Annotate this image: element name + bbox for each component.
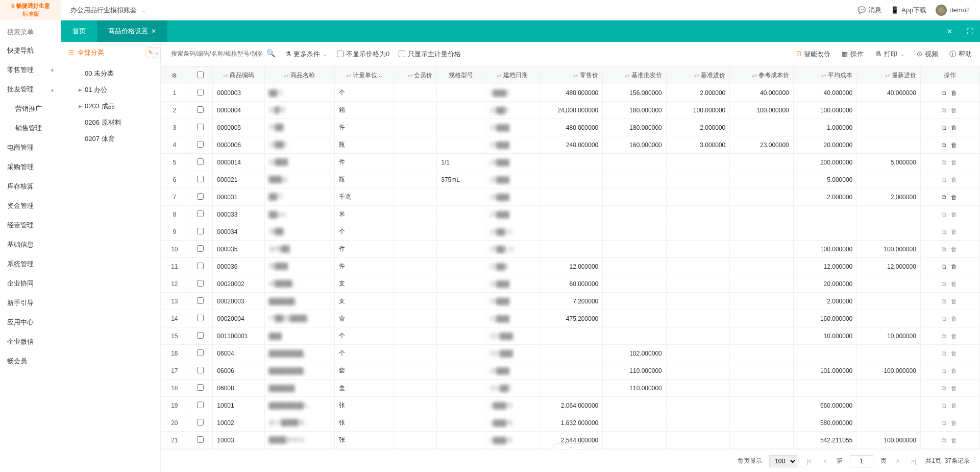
- nav-subitem[interactable]: 销售管理: [0, 119, 61, 138]
- nav-item[interactable]: 快捷导航: [0, 41, 61, 60]
- copy-icon[interactable]: ⧉: [942, 419, 948, 427]
- tab[interactable]: 商品价格设置✕: [97, 20, 167, 42]
- category-node[interactable]: 0206 原材料: [68, 114, 156, 131]
- row-checkbox[interactable]: [197, 384, 204, 391]
- nav-item[interactable]: 畅会员: [0, 351, 61, 371]
- nav-subitem[interactable]: 营销推广: [0, 99, 61, 119]
- page-input[interactable]: [850, 455, 873, 467]
- row-checkbox[interactable]: [197, 297, 204, 304]
- col-unit[interactable]: ▴▾计量单位...: [334, 67, 394, 84]
- delete-icon[interactable]: 🗑: [951, 141, 959, 149]
- row-checkbox[interactable]: [197, 89, 204, 96]
- video-button[interactable]: ⊙视频: [917, 50, 938, 59]
- nav-item[interactable]: 经营管理: [0, 216, 61, 235]
- copy-icon[interactable]: ⧉: [942, 263, 948, 270]
- delete-icon[interactable]: 🗑: [951, 419, 959, 427]
- help-button[interactable]: ⓘ帮助: [949, 50, 972, 59]
- delete-icon[interactable]: 🗑: [951, 402, 959, 409]
- delete-icon[interactable]: 🗑: [951, 350, 959, 357]
- copy-icon[interactable]: ⧉: [942, 246, 948, 253]
- copy-icon[interactable]: ⧉: [942, 194, 948, 201]
- smart-price-button[interactable]: ☑智能改价: [795, 50, 830, 59]
- fullscreen-button[interactable]: ⛶: [960, 20, 980, 42]
- delete-icon[interactable]: 🗑: [951, 280, 959, 288]
- per-page-select[interactable]: 100: [769, 455, 797, 467]
- next-page[interactable]: >: [894, 457, 902, 465]
- delete-icon[interactable]: 🗑: [951, 159, 959, 166]
- col-avgcost[interactable]: ▴▾平均成本: [793, 67, 857, 84]
- copy-icon[interactable]: ⧉: [942, 437, 948, 444]
- prev-page[interactable]: <: [821, 457, 829, 465]
- account-set-selector[interactable]: 办公用品行业模拟账套⌄: [70, 6, 146, 15]
- copy-icon[interactable]: ⧉: [942, 298, 948, 305]
- bulk-ops-button[interactable]: ▦操作: [842, 50, 864, 59]
- collapse-category-panel[interactable]: «: [153, 47, 161, 59]
- delete-icon[interactable]: 🗑: [951, 107, 959, 114]
- delete-icon[interactable]: 🗑: [951, 437, 959, 444]
- category-node[interactable]: 0207 体育: [68, 131, 156, 147]
- row-checkbox[interactable]: [197, 228, 204, 234]
- nav-item[interactable]: 新手引导: [0, 293, 61, 313]
- row-checkbox[interactable]: [197, 106, 204, 113]
- copy-icon[interactable]: ⧉: [942, 402, 948, 409]
- category-node[interactable]: ▸01 办公: [68, 82, 156, 98]
- nav-item[interactable]: 零售管理▾: [0, 60, 61, 80]
- delete-icon[interactable]: 🗑: [951, 315, 959, 322]
- row-checkbox[interactable]: [197, 280, 204, 287]
- nav-item[interactable]: 电商管理: [0, 138, 61, 157]
- row-checkbox[interactable]: [197, 402, 204, 408]
- row-checkbox[interactable]: [197, 141, 204, 148]
- user-menu[interactable]: demo2: [936, 5, 970, 16]
- col-spec[interactable]: 规格型号: [437, 67, 485, 84]
- row-checkbox[interactable]: [197, 332, 204, 339]
- copy-icon[interactable]: ⧉: [942, 333, 948, 340]
- col-wholesale[interactable]: ▴▾基准批发价: [603, 67, 667, 84]
- category-node[interactable]: 00 未分类: [68, 65, 156, 82]
- row-checkbox[interactable]: [197, 245, 204, 252]
- row-checkbox[interactable]: [197, 263, 204, 269]
- delete-icon[interactable]: 🗑: [951, 385, 959, 392]
- nav-item[interactable]: 资金管理: [0, 196, 61, 216]
- delete-icon[interactable]: 🗑: [951, 89, 959, 97]
- row-checkbox[interactable]: [197, 193, 204, 200]
- drawer-handle[interactable]: ⌄: [553, 443, 589, 450]
- category-node[interactable]: ▸0203 成品: [68, 98, 156, 114]
- col-member[interactable]: ▴▾会员价: [394, 67, 436, 84]
- copy-icon[interactable]: ⧉: [942, 315, 948, 322]
- col-date[interactable]: ▴▾建档日期: [485, 67, 540, 84]
- copy-icon[interactable]: ⧉: [942, 367, 948, 374]
- row-checkbox[interactable]: [197, 124, 204, 130]
- nav-item[interactable]: 采购管理: [0, 157, 61, 177]
- print-button[interactable]: 🖶打印⌄: [875, 50, 905, 59]
- delete-icon[interactable]: 🗑: [951, 367, 959, 374]
- copy-icon[interactable]: ⧉: [942, 385, 948, 392]
- col-select-all[interactable]: [188, 67, 213, 84]
- copy-icon[interactable]: ⧉: [942, 107, 948, 114]
- copy-icon[interactable]: ⧉: [942, 141, 948, 149]
- row-checkbox[interactable]: [197, 419, 204, 426]
- delete-icon[interactable]: 🗑: [951, 298, 959, 305]
- copy-icon[interactable]: ⧉: [942, 211, 948, 218]
- col-latest[interactable]: ▴▾最新进价: [857, 67, 921, 84]
- main-unit-only-checkbox[interactable]: 只显示主计量价格: [399, 50, 461, 59]
- search-input[interactable]: [169, 47, 276, 61]
- delete-icon[interactable]: 🗑: [951, 246, 959, 253]
- nav-item[interactable]: 应用中心: [0, 313, 61, 332]
- copy-icon[interactable]: ⧉: [942, 228, 948, 235]
- delete-icon[interactable]: 🗑: [951, 176, 959, 183]
- row-checkbox[interactable]: [197, 367, 204, 373]
- search-icon[interactable]: 🔍: [266, 49, 275, 57]
- nav-item[interactable]: 批发管理▴: [0, 80, 61, 99]
- col-retail[interactable]: ▴▾零售价: [539, 67, 603, 84]
- delete-icon[interactable]: 🗑: [951, 124, 959, 131]
- tab[interactable]: 首页: [61, 20, 97, 42]
- col-name[interactable]: ▴▾商品名称: [264, 67, 334, 84]
- nav-item[interactable]: 库存核算: [0, 177, 61, 196]
- row-checkbox[interactable]: [197, 176, 204, 182]
- copy-icon[interactable]: ⧉: [942, 124, 948, 131]
- col-settings[interactable]: ⚙: [161, 67, 188, 84]
- copy-icon[interactable]: ⧉: [942, 89, 948, 97]
- copy-icon[interactable]: ⧉: [942, 280, 948, 288]
- copy-icon[interactable]: ⧉: [942, 350, 948, 357]
- app-download-button[interactable]: 📱App下载: [891, 6, 926, 15]
